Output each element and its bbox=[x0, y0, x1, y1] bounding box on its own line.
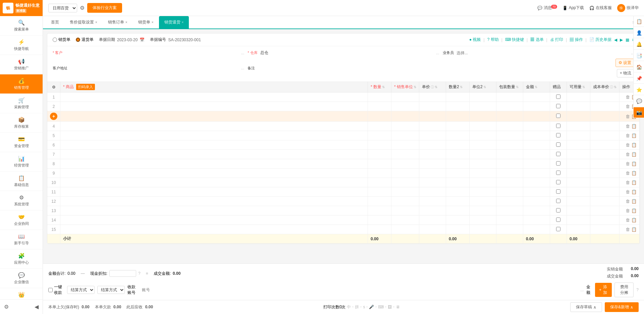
copy-btn-4[interactable]: 📋 bbox=[631, 124, 637, 129]
one-click-checkbox[interactable]: 一键收款 bbox=[48, 284, 64, 296]
unit2-cell-9[interactable] bbox=[470, 169, 496, 178]
qty-input-15[interactable] bbox=[371, 227, 388, 232]
goods-cell-2[interactable] bbox=[60, 102, 368, 111]
qty2-cell-8[interactable] bbox=[446, 159, 470, 169]
unit2-input-8[interactable] bbox=[472, 162, 493, 166]
goods-input-12[interactable] bbox=[63, 199, 365, 204]
price-cell-15[interactable] bbox=[419, 225, 446, 234]
operate-btn[interactable]: ▦ 操作 bbox=[570, 37, 583, 43]
gift-check-9[interactable] bbox=[556, 171, 560, 175]
unit-input-7[interactable] bbox=[394, 152, 416, 157]
unit-cell-13[interactable] bbox=[391, 206, 419, 215]
copy-btn-5[interactable]: 📋 bbox=[631, 133, 637, 138]
goods-cell-15[interactable] bbox=[60, 225, 368, 234]
unit-cell-1[interactable] bbox=[391, 92, 419, 102]
qty2-cell-5[interactable] bbox=[446, 131, 470, 140]
goods-input-3[interactable] bbox=[63, 114, 365, 119]
price-cell-4[interactable] bbox=[419, 122, 446, 131]
business-type-select[interactable]: 日用百货 bbox=[48, 4, 77, 12]
pkg-input-9[interactable] bbox=[499, 171, 520, 176]
unit-cell-6[interactable] bbox=[391, 140, 419, 150]
pkg-cell-6[interactable] bbox=[496, 140, 523, 150]
unit2-input-6[interactable] bbox=[472, 143, 493, 147]
price-cell-14[interactable] bbox=[419, 215, 446, 225]
pkg-cell-5[interactable] bbox=[496, 131, 523, 140]
qty-input-7[interactable] bbox=[371, 152, 388, 157]
gift-check-13[interactable] bbox=[556, 208, 560, 212]
pkg-cell-12[interactable] bbox=[496, 197, 523, 206]
price-input-12[interactable] bbox=[422, 199, 443, 204]
price-input-15[interactable] bbox=[422, 227, 443, 232]
amount-cell-3[interactable] bbox=[523, 111, 550, 122]
experience-btn[interactable]: 体验行业方案 bbox=[87, 3, 122, 13]
gift-check-8[interactable] bbox=[556, 161, 560, 166]
unit-input-2[interactable] bbox=[394, 104, 416, 109]
th-gear[interactable]: ⚙ bbox=[47, 82, 60, 92]
qty-cell-15[interactable] bbox=[368, 225, 391, 234]
save-new-btn[interactable]: 保存&新增 ∧ bbox=[605, 302, 639, 312]
unit2-cell-2[interactable] bbox=[470, 102, 496, 111]
qty2-cell-11[interactable] bbox=[446, 187, 470, 197]
amount-input-5[interactable] bbox=[526, 133, 547, 138]
qty2-input-5[interactable] bbox=[449, 133, 467, 138]
pkg-input-14[interactable] bbox=[499, 218, 520, 223]
unit-cell-9[interactable] bbox=[391, 169, 419, 178]
qty-input-6[interactable] bbox=[371, 143, 388, 147]
address-input[interactable] bbox=[70, 66, 237, 70]
unit-input-15[interactable] bbox=[394, 227, 416, 232]
salesman-input[interactable] bbox=[457, 51, 627, 55]
unit2-input-11[interactable] bbox=[472, 190, 493, 194]
goods-input-1[interactable] bbox=[63, 95, 365, 100]
fee-split-btn[interactable]: 费用分摊 bbox=[614, 282, 634, 297]
unit-input-5[interactable] bbox=[394, 133, 416, 138]
pkg-cell-3[interactable] bbox=[496, 111, 523, 122]
topbar-settings-icon[interactable]: ⚙ bbox=[80, 5, 85, 11]
unit-cell-3[interactable] bbox=[391, 111, 419, 122]
amount-cell-5[interactable] bbox=[523, 131, 550, 140]
price-input-14[interactable] bbox=[422, 218, 443, 223]
pkg-input-6[interactable] bbox=[499, 143, 520, 147]
qty-input-12[interactable] bbox=[371, 199, 388, 204]
tab-sale-price[interactable]: 售价提取设置× bbox=[64, 16, 103, 29]
gift-cell-9[interactable] bbox=[550, 169, 567, 178]
pkg-cell-4[interactable] bbox=[496, 122, 523, 131]
gift-check-1[interactable] bbox=[556, 95, 560, 99]
gift-check-11[interactable] bbox=[556, 189, 560, 194]
gift-cell-15[interactable] bbox=[550, 225, 567, 234]
goods-cell-3[interactable] bbox=[60, 111, 368, 122]
price-input-2[interactable] bbox=[422, 104, 443, 109]
customer-lookup-btn[interactable]: ... bbox=[241, 51, 244, 55]
qty-input-14[interactable] bbox=[371, 218, 388, 223]
remark-input[interactable] bbox=[258, 66, 439, 70]
delete-btn-3[interactable]: 🗑 bbox=[626, 114, 630, 119]
unit2-cell-12[interactable] bbox=[470, 197, 496, 206]
amount-cell-2[interactable] bbox=[523, 102, 550, 111]
price-cell-2[interactable] bbox=[419, 102, 446, 111]
unit-cell-2[interactable] bbox=[391, 102, 419, 111]
amount-input-3[interactable] bbox=[526, 114, 547, 119]
pkg-sort-icon[interactable]: ⇅ bbox=[516, 85, 519, 89]
delete-btn-12[interactable]: 🗑 bbox=[626, 199, 630, 204]
amount-cell-9[interactable] bbox=[523, 169, 550, 178]
gift-cell-4[interactable] bbox=[550, 122, 567, 131]
gift-cell-14[interactable] bbox=[550, 215, 567, 225]
unit2-input-5[interactable] bbox=[472, 133, 493, 138]
unit2-input-7[interactable] bbox=[472, 152, 493, 157]
pkg-input-13[interactable] bbox=[499, 208, 520, 213]
gift-check-10[interactable] bbox=[556, 180, 560, 184]
unit-input-8[interactable] bbox=[394, 162, 416, 166]
unit2-input-14[interactable] bbox=[472, 218, 493, 223]
delete-btn-1[interactable]: 🗑 bbox=[626, 95, 630, 100]
goods-cell-11[interactable] bbox=[60, 187, 368, 197]
qty-cell-5[interactable] bbox=[368, 131, 391, 140]
qty-input-2[interactable] bbox=[371, 104, 388, 109]
unit-input-1[interactable] bbox=[394, 95, 416, 100]
price-input-7[interactable] bbox=[422, 152, 443, 157]
pkg-cell-15[interactable] bbox=[496, 225, 523, 234]
pkg-cell-10[interactable] bbox=[496, 178, 523, 187]
pkg-input-10[interactable] bbox=[499, 180, 520, 185]
goods-cell-1[interactable] bbox=[60, 92, 368, 102]
calc-select[interactable]: 结算方式 bbox=[97, 286, 125, 294]
qty-input-1[interactable] bbox=[371, 95, 388, 100]
gift-cell-3[interactable] bbox=[550, 111, 567, 122]
